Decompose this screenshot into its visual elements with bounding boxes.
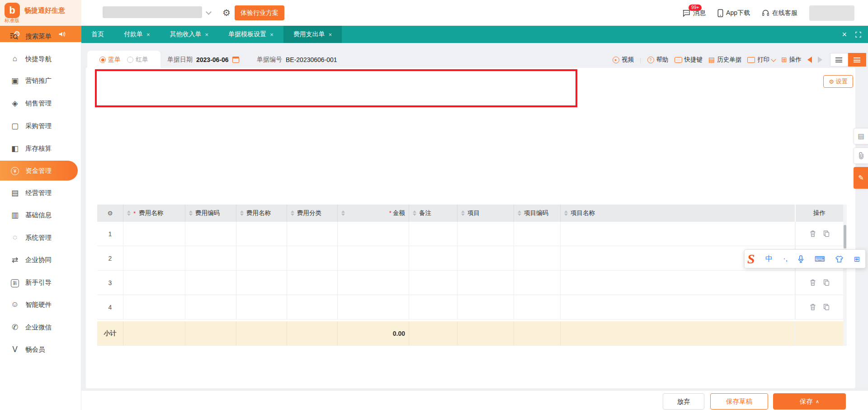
table-cell[interactable] — [561, 295, 795, 319]
table-cell[interactable] — [287, 246, 338, 270]
table-cell[interactable] — [185, 271, 236, 295]
table-cell[interactable] — [338, 246, 409, 270]
ime-mode-toggle[interactable]: 中 — [765, 254, 773, 264]
form-view-button[interactable] — [848, 53, 866, 67]
col-header-expense-name[interactable]: *费用名称 — [123, 205, 185, 222]
col-header-project-name[interactable]: 项目名称 — [561, 205, 795, 222]
blue-doc-radio[interactable]: 蓝单 — [99, 56, 121, 64]
messages-menu[interactable]: 消息 99+ — [682, 9, 706, 17]
table-cell[interactable] — [561, 271, 795, 295]
col-header-expense-code[interactable]: 费用编码 — [185, 205, 236, 222]
ime-keyboard-icon[interactable]: ⌨ — [815, 255, 825, 263]
sort-icon[interactable] — [564, 210, 568, 216]
table-cell[interactable] — [185, 246, 236, 270]
table-cell[interactable] — [514, 222, 561, 246]
draft-box-button[interactable]: ▤ — [854, 128, 868, 144]
feedback-button[interactable]: ✎ — [854, 167, 868, 189]
doc-date-value[interactable]: 2023-06-06 — [196, 56, 229, 63]
table-cell[interactable] — [514, 246, 561, 270]
prev-doc-arrow-icon[interactable] — [807, 57, 812, 63]
sort-icon[interactable] — [240, 210, 244, 216]
sidebar-item-wechat-work[interactable]: ✆企业微信 — [0, 319, 81, 335]
sidebar-item-search-menu[interactable]: 搜索菜单 — [0, 29, 81, 44]
red-doc-radio[interactable]: 红单 — [127, 56, 148, 64]
table-cell[interactable] — [514, 271, 561, 295]
trial-solution-button[interactable]: 体验行业方案 — [235, 5, 284, 20]
help-action[interactable]: ?帮助 — [647, 56, 669, 64]
history-action[interactable]: ▤历史单据 — [708, 56, 741, 64]
table-cell[interactable] — [458, 222, 514, 246]
list-view-button[interactable] — [830, 53, 848, 67]
sidebar-item-sales[interactable]: ◈销售管理 — [0, 95, 81, 111]
app-download-menu[interactable]: App下载 — [717, 9, 750, 17]
form-settings-button[interactable]: ⚙设置 — [823, 75, 853, 88]
table-cell[interactable] — [458, 295, 514, 319]
hotkeys-action[interactable]: ···快捷键 — [675, 56, 703, 64]
company-dropdown-chevron-icon[interactable] — [206, 9, 212, 15]
col-header-project-code[interactable]: 项目编码 — [514, 205, 561, 222]
table-cell[interactable] — [185, 295, 236, 319]
tab-close-icon[interactable]: × — [205, 31, 209, 38]
sort-icon[interactable] — [341, 210, 345, 216]
tab-payment-doc[interactable]: 付款单× — [114, 26, 160, 43]
col-header-expense-name2[interactable]: 费用名称 — [236, 205, 287, 222]
table-cell[interactable] — [287, 271, 338, 295]
user-account-redacted[interactable] — [809, 5, 854, 21]
sidebar-item-quick-nav[interactable]: ⌂快捷导航 — [0, 51, 81, 67]
sidebar-item-base-info[interactable]: ▥基础信息 — [0, 207, 81, 223]
sidebar-item-smart-hardware[interactable]: ☺智能硬件 — [0, 297, 81, 312]
table-cell[interactable] — [338, 271, 409, 295]
table-cell[interactable] — [123, 271, 185, 295]
sidebar-item-collaboration[interactable]: ⇄企业协同 — [0, 252, 81, 267]
next-doc-arrow-icon[interactable] — [818, 57, 822, 63]
scrollbar-thumb[interactable] — [844, 225, 846, 248]
table-row-4[interactable]: 4 — [97, 295, 795, 319]
delete-row-icon[interactable] — [810, 230, 816, 237]
sort-icon[interactable] — [127, 210, 131, 216]
table-cell[interactable] — [287, 222, 338, 246]
col-header-amount[interactable]: *金额 — [338, 205, 409, 222]
video-action[interactable]: ▸视频 — [613, 56, 634, 64]
table-cell[interactable] — [409, 271, 458, 295]
table-cell[interactable] — [514, 295, 561, 319]
attachment-button[interactable] — [854, 148, 868, 164]
table-cell[interactable] — [236, 246, 287, 270]
sidebar-item-system[interactable]: ◌系统管理 — [0, 230, 81, 245]
sort-icon[interactable] — [413, 210, 416, 216]
table-cell[interactable] — [338, 295, 409, 319]
col-header-remark[interactable]: 备注 — [409, 205, 458, 222]
operate-action[interactable]: ⊞操作 — [781, 56, 802, 64]
tab-close-icon[interactable]: × — [329, 31, 332, 38]
table-row-1[interactable]: 1 — [97, 222, 795, 246]
sidebar-item-member[interactable]: Ⅴ畅会员 — [0, 342, 81, 357]
fullscreen-icon[interactable] — [855, 31, 862, 38]
table-cell[interactable] — [236, 222, 287, 246]
doc-number-value[interactable]: BE-20230606-001 — [286, 56, 337, 63]
table-cell[interactable] — [409, 222, 458, 246]
table-cell[interactable] — [236, 271, 287, 295]
copy-row-icon[interactable] — [823, 279, 830, 286]
tab-close-icon[interactable]: × — [146, 31, 150, 38]
ime-skin-icon[interactable] — [835, 256, 843, 262]
tab-home[interactable]: 首页 — [81, 26, 114, 43]
sidebar-item-funds-active[interactable]: ¥资金管理 — [0, 161, 78, 181]
online-support-menu[interactable]: 在线客服 — [762, 9, 797, 17]
sidebar-item-inventory[interactable]: ◧库存核算 — [0, 141, 81, 156]
table-cell[interactable] — [287, 295, 338, 319]
sort-icon[interactable] — [291, 210, 294, 216]
table-cell[interactable] — [123, 222, 185, 246]
col-header-project[interactable]: 项目 — [458, 205, 514, 222]
sidebar-item-purchase[interactable]: ▢采购管理 — [0, 118, 81, 133]
table-cell[interactable] — [458, 246, 514, 270]
ime-punctuation-toggle[interactable]: ·, — [783, 255, 788, 263]
ime-toolbox-icon[interactable]: ⊞ — [854, 255, 860, 263]
ime-voice-icon[interactable] — [798, 255, 804, 263]
print-dropdown-chevron-icon[interactable] — [771, 57, 776, 62]
calendar-icon[interactable] — [232, 57, 239, 63]
tab-close-icon[interactable]: × — [270, 31, 274, 38]
close-all-tabs-icon[interactable]: × — [842, 30, 847, 39]
table-row-2[interactable]: 2 — [97, 246, 795, 271]
sogou-logo-icon[interactable]: S — [747, 251, 755, 267]
table-cell[interactable] — [185, 222, 236, 246]
sort-icon[interactable] — [518, 210, 521, 216]
